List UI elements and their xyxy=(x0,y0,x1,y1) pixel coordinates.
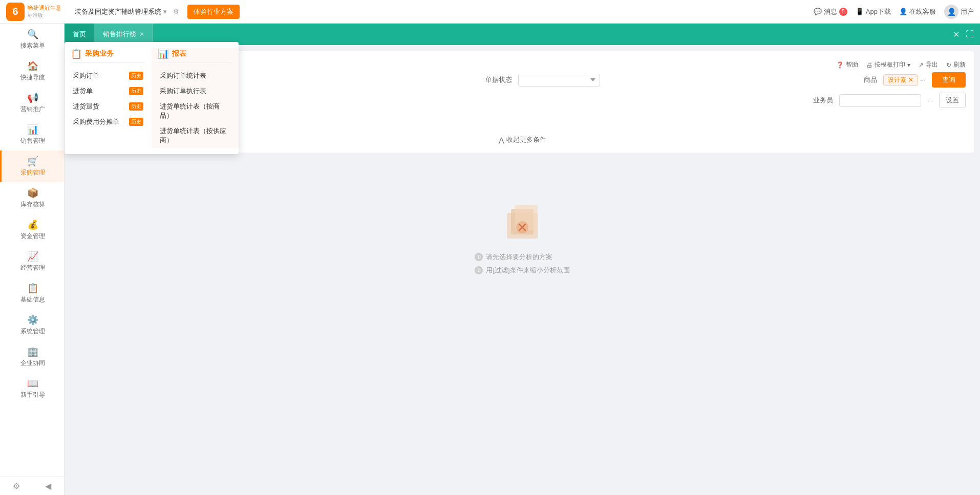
sales-icon: 📊 xyxy=(27,124,38,135)
settings-btn[interactable]: 设置 xyxy=(939,93,966,108)
operations-icon: 📈 xyxy=(27,251,38,262)
logo-text: 畅捷通好生意 xyxy=(28,4,61,11)
sidebar-item-finance[interactable]: 💰 资金管理 xyxy=(0,214,64,246)
salesperson-input[interactable] xyxy=(839,94,921,107)
dropdown-item-order-stat[interactable]: 采购订单统计表 xyxy=(158,68,232,83)
inventory-icon: 📦 xyxy=(27,187,38,199)
home-tab-label: 首页 xyxy=(73,30,86,39)
sidebar-item-sales[interactable]: 📊 销售管理 xyxy=(0,119,64,150)
finance-icon: 💰 xyxy=(27,219,38,230)
maximize-btn[interactable]: ⛶ xyxy=(966,30,974,39)
goods-more-btn[interactable]: ··· xyxy=(920,76,926,84)
dropdown-item-inbound[interactable]: 进货单 历史 xyxy=(71,83,145,99)
history-badge-0: 历史 xyxy=(129,72,143,80)
collapse-label: 收起更多条件 xyxy=(506,135,546,144)
item-label: 采购订单执行表 xyxy=(160,87,206,96)
nav-dropdown-icon[interactable]: ▾ xyxy=(163,8,167,15)
system-title: 装备及固定资产辅助管理系统 xyxy=(75,7,161,16)
sidebar-item-guide[interactable]: 📖 新手引导 xyxy=(0,373,64,404)
dropdown-item-inbound-goods[interactable]: 进货单统计表（按商品） xyxy=(158,99,232,123)
step-2-num: ② xyxy=(475,266,483,274)
sidebar-item-label: 系统管理 xyxy=(20,327,45,336)
tab-close-btn[interactable]: ✕ xyxy=(139,31,144,38)
user-label: 用户 xyxy=(961,7,974,16)
salesperson-more-btn[interactable]: ··· xyxy=(927,97,933,104)
goods-tag: 设计素 ✕ xyxy=(883,74,918,86)
sidebar-item-label: 库存核算 xyxy=(20,200,45,209)
item-label: 采购费用分摊单 xyxy=(73,117,119,126)
sidebar-item-operations[interactable]: 📈 经营管理 xyxy=(0,246,64,277)
settings-bottom-icon[interactable]: ⚙ xyxy=(13,481,20,491)
user-btn[interactable]: 👤 用户 xyxy=(944,5,974,19)
industry-btn[interactable]: 体验行业方案 xyxy=(187,5,240,19)
top-nav: 装备及固定资产辅助管理系统 ▾ ⚙ 体验行业方案 xyxy=(71,5,814,19)
tip-1-text: 请先选择要分析的方案 xyxy=(486,250,552,264)
sidebar-item-label: 营销推广 xyxy=(20,105,45,114)
item-label: 采购订单统计表 xyxy=(160,71,206,80)
settings-icon-btn[interactable]: ⚙ xyxy=(169,5,183,19)
history-badge-2: 历史 xyxy=(129,102,143,111)
purchase-icon: 🛒 xyxy=(27,156,38,167)
help-btn[interactable]: ❓ 帮助 xyxy=(836,60,858,69)
guide-icon: 📖 xyxy=(27,378,38,389)
sidebar-item-basic-info[interactable]: 📋 基础信息 xyxy=(0,277,64,309)
query-btn[interactable]: 查询 xyxy=(932,72,966,88)
history-badge-1: 历史 xyxy=(129,87,143,95)
goods-tag-text: 设计素 xyxy=(888,76,906,84)
online-service-btn[interactable]: 👤 在线客服 xyxy=(899,7,936,16)
col-title-report: 📊 报表 xyxy=(158,48,232,63)
sidebar-item-system[interactable]: ⚙️ 系统管理 xyxy=(0,309,64,341)
app-download-label: App下载 xyxy=(866,7,891,16)
help-icon: ❓ xyxy=(836,61,844,69)
item-label: 进货单统计表（按供应商） xyxy=(160,126,230,145)
dropdown-item-order-exec[interactable]: 采购订单执行表 xyxy=(158,83,232,99)
message-label: 消息 xyxy=(824,7,837,16)
service-icon: 👤 xyxy=(899,8,907,15)
sidebar-item-enterprise[interactable]: 🏢 企业协同 xyxy=(0,341,64,373)
goods-tag-close-btn[interactable]: ✕ xyxy=(908,76,913,83)
sidebar-item-label: 资金管理 xyxy=(20,232,45,241)
dropdown-item-purchase-order[interactable]: 采购订单 历史 xyxy=(71,68,145,83)
export-icon: ↗ xyxy=(919,61,924,69)
bill-status-label: 单据状态 xyxy=(485,75,512,84)
print-arrow-icon: ▾ xyxy=(907,61,910,69)
top-right: 💬 消息 5 📱 App下载 👤 在线客服 👤 用户 xyxy=(814,5,974,19)
top-bar: 6 畅捷通好生意 标准版 装备及固定资产辅助管理系统 ▾ ⚙ 体验行业方案 💬 … xyxy=(0,0,980,24)
salesperson-label: 业务员 xyxy=(813,96,833,105)
print-icon: 🖨 xyxy=(866,61,872,69)
bill-status-select[interactable] xyxy=(518,74,600,87)
sidebar-item-label: 新手引导 xyxy=(20,391,45,399)
dropdown-item-return[interactable]: 进货退货 历史 xyxy=(71,99,145,114)
collapse-sidebar-icon[interactable]: ◀ xyxy=(45,481,51,491)
item-label: 采购订单 xyxy=(73,71,99,80)
report-title-text: 报表 xyxy=(172,49,186,58)
refresh-btn[interactable]: ↻ 刷新 xyxy=(946,60,966,69)
sidebar-item-label: 企业协同 xyxy=(20,359,45,368)
print-btn[interactable]: 🖨 按模板打印 ▾ xyxy=(866,60,910,69)
sidebar-item-marketing[interactable]: 📢 营销推广 xyxy=(0,87,64,119)
export-label: 导出 xyxy=(926,60,938,69)
app-download-btn[interactable]: 📱 App下载 xyxy=(856,7,891,16)
home-icon: 🏠 xyxy=(27,60,38,72)
sidebar-item-inventory[interactable]: 📦 库存核算 xyxy=(0,182,64,214)
dropdown-item-expense[interactable]: 采购费用分摊单 历史 xyxy=(71,114,145,130)
messages-btn[interactable]: 💬 消息 5 xyxy=(814,7,847,16)
purchase-dropdown-menu: 📋 采购业务 采购订单 历史 进货单 历史 进货退货 历史 采购费用分摊单 历史 xyxy=(65,42,239,154)
close-all-tabs-btn[interactable]: ✕ xyxy=(953,30,960,39)
refresh-icon: ↻ xyxy=(946,61,951,69)
sidebar-item-quick-nav[interactable]: 🏠 快捷导航 xyxy=(0,55,64,87)
empty-tip-2: ② 用[过滤]条件来缩小分析范围 xyxy=(475,264,569,277)
dropdown-item-inbound-supplier[interactable]: 进货单统计表（按供应商） xyxy=(158,123,232,148)
help-label: 帮助 xyxy=(846,60,858,69)
logo-badge: 标准版 xyxy=(28,12,61,19)
report-title-icon: 📊 xyxy=(158,48,169,59)
history-badge-3: 历史 xyxy=(129,118,143,126)
message-icon: 💬 xyxy=(814,8,822,15)
purchase-report-col: 📊 报表 采购订单统计表 采购订单执行表 进货单统计表（按商品） 进货单统计表（… xyxy=(152,48,239,148)
sidebar-item-search[interactable]: 🔍 搜索菜单 xyxy=(0,24,64,55)
purchase-title-icon: 📋 xyxy=(71,48,82,59)
sidebar-item-purchase[interactable]: 🛒 采购管理 xyxy=(0,150,64,182)
tip-2-text: 用[过滤]条件来缩小分析范围 xyxy=(486,264,569,277)
sidebar-item-label: 基础信息 xyxy=(20,295,45,304)
export-btn[interactable]: ↗ 导出 xyxy=(919,60,938,69)
